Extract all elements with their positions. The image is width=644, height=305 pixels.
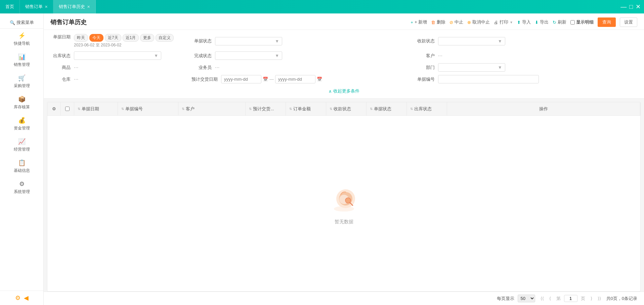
print-button[interactable]: 🖨 打印 ▼ [494, 19, 513, 25]
tab-home-label: 首页 [5, 4, 14, 10]
th-customer[interactable]: ⇅ 客户 [178, 102, 246, 115]
refresh-label: 刷新 [558, 19, 566, 25]
display-toggle-checkbox[interactable] [570, 20, 575, 25]
per-page-select[interactable]: 50 10 20 100 [518, 295, 535, 302]
goods-input[interactable]: ··· [74, 65, 78, 71]
filter-salesperson-group: 业务员 ··· [191, 65, 415, 71]
th-date[interactable]: ⇅ 单据日期 [74, 102, 118, 115]
delete-icon: 🗑 [431, 20, 435, 25]
th-out-status-label: 出库状态 [414, 106, 432, 112]
new-button[interactable]: + + 新增 [411, 19, 427, 25]
th-pay-status-label: 收款状态 [334, 106, 351, 112]
sidebar-item-inventory[interactable]: 📦 库存核算 [0, 92, 43, 113]
new-icon: + [411, 20, 413, 25]
payment-status-chevron-icon: ▼ [498, 39, 502, 44]
department-select[interactable]: ▼ [438, 63, 505, 72]
delivery-date-start-cal-icon[interactable]: 📅 [263, 77, 268, 82]
collapse-button[interactable]: ∧ 收起更多条件 [329, 88, 359, 94]
collapse-sidebar-icon[interactable]: ◀ [24, 294, 29, 302]
complete-status-select[interactable]: ▼ [215, 51, 282, 60]
refresh-button[interactable]: ↻ 刷新 [553, 19, 566, 25]
date-btn-7days[interactable]: 近7天 [105, 34, 121, 42]
date-btn-1month[interactable]: 近1月 [123, 34, 139, 42]
th-settings[interactable]: ⚙ [47, 102, 61, 115]
tab-home[interactable]: 首页 [0, 0, 20, 13]
tab-sales-history[interactable]: 销售订单历史 ✕ [53, 0, 96, 13]
sidebar-item-finance-label: 资金管理 [14, 125, 30, 131]
delete-button[interactable]: 🗑 删除 [431, 19, 445, 25]
finance-icon: 💰 [18, 117, 26, 124]
sidebar-item-operations[interactable]: 📈 经营管理 [0, 135, 43, 156]
th-date-label: 单据日期 [82, 106, 99, 112]
date-btn-today[interactable]: 今天 [89, 34, 103, 42]
customer-input[interactable]: ··· [438, 53, 442, 59]
th-delivery[interactable]: ⇅ 预计交货... [246, 102, 286, 115]
stop-button[interactable]: ⊘ 中止 [449, 19, 463, 25]
order-status-select[interactable]: ▼ [215, 37, 282, 45]
close-tab-sales-icon[interactable]: ✕ [45, 5, 48, 9]
settings-label: 设置 [624, 19, 633, 25]
sort-icon-out-status: ⇅ [410, 107, 413, 111]
order-number-input[interactable] [438, 75, 539, 83]
close-window-icon[interactable]: ✕ [636, 3, 641, 10]
sidebar-item-quick-nav-label: 快捷导航 [14, 41, 30, 46]
out-status-select[interactable]: ▼ [74, 51, 161, 60]
page-input[interactable] [564, 295, 577, 302]
select-all-checkbox[interactable] [65, 107, 70, 111]
stop-label: 中止 [455, 19, 463, 25]
th-number[interactable]: ⇅ 单据编号 [118, 102, 178, 115]
date-btn-more[interactable]: 更多 [140, 34, 154, 42]
table-header: ⚙ ⇅ 单据日期 ⇅ 单据编号 ⇅ 客户 ⇅ [47, 102, 640, 116]
filter-department-group: 部门 ▼ [415, 63, 638, 72]
order-number-label: 单据编号 [415, 76, 438, 82]
th-out-status[interactable]: ⇅ 出库状态 [407, 102, 447, 115]
out-status-chevron-icon: ▼ [154, 53, 158, 58]
cancel-stop-button[interactable]: ⊗ 取消中止 [467, 19, 490, 25]
sidebar-item-operations-label: 经营管理 [14, 147, 30, 152]
delivery-date-end[interactable] [275, 75, 315, 83]
operations-icon: 📈 [18, 138, 26, 145]
payment-status-select[interactable]: ▼ [438, 37, 505, 45]
date-btn-custom[interactable]: 自定义 [156, 34, 174, 42]
import-button[interactable]: ⬆ 导入 [517, 19, 531, 25]
th-amount-label: 订单金额 [293, 106, 311, 112]
warehouse-input[interactable]: ··· [74, 76, 78, 82]
sidebar-search[interactable]: 🔍 搜索菜单 [0, 17, 43, 29]
filter-order-status-group: 单据状态 ▼ [191, 37, 415, 45]
last-page-icon[interactable]: ⟩⟩ [596, 295, 603, 302]
empty-icon [327, 182, 361, 216]
date-quick-buttons: 昨天 今天 近7天 近1月 更多 自定义 [74, 34, 174, 42]
delivery-date-dash: — [269, 77, 274, 82]
th-order-status[interactable]: ⇅ 单据状态 [367, 102, 407, 115]
export-button[interactable]: ⬇ 导出 [535, 19, 549, 25]
minimize-icon[interactable]: — [620, 3, 627, 10]
query-button[interactable]: 查询 [598, 17, 616, 27]
delivery-date-start[interactable] [221, 75, 261, 83]
th-checkbox[interactable] [61, 102, 74, 115]
sidebar-item-basic-info[interactable]: 📋 基础信息 [0, 156, 43, 177]
sidebar-item-sales[interactable]: 📊 销售管理 [0, 50, 43, 71]
prev-page-icon[interactable]: ⟨ [547, 295, 553, 302]
first-page-icon[interactable]: ⟨⟨ [539, 295, 546, 302]
sidebar-item-system[interactable]: ⚙ 系统管理 [0, 177, 43, 198]
maximize-icon[interactable]: □ [629, 3, 633, 10]
tab-sales-order[interactable]: 销售订单 ✕ [20, 0, 53, 13]
next-page-icon[interactable]: ⟩ [589, 295, 594, 302]
sort-icon-date: ⇅ [78, 107, 80, 111]
customer-label: 客户 [415, 53, 438, 59]
basic-info-icon: 📋 [18, 159, 26, 166]
settings-icon[interactable]: ⚙ [15, 294, 20, 302]
date-label: 单据日期 [50, 34, 74, 40]
query-label: 查询 [602, 19, 611, 25]
salesperson-input[interactable]: ··· [215, 65, 219, 71]
close-tab-history-icon[interactable]: ✕ [87, 5, 90, 9]
date-btn-yesterday[interactable]: 昨天 [74, 34, 88, 42]
sidebar-item-quick-nav[interactable]: ⚡ 快捷导航 [0, 29, 43, 50]
collapse-up-icon: ∧ [329, 89, 332, 94]
th-amount[interactable]: ⇅ 订单金额 [286, 102, 326, 115]
th-pay-status[interactable]: ⇅ 收款状态 [326, 102, 367, 115]
delivery-date-end-cal-icon[interactable]: 📅 [317, 77, 322, 82]
settings-button[interactable]: 设置 [620, 17, 637, 27]
sidebar-item-finance[interactable]: 💰 资金管理 [0, 113, 43, 135]
sidebar-item-purchase[interactable]: 🛒 采购管理 [0, 71, 43, 92]
